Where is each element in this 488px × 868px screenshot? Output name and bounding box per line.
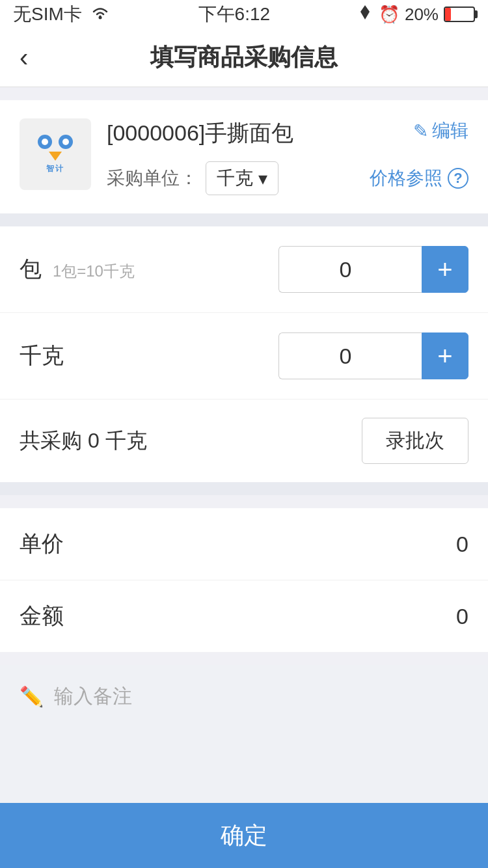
page-title: 填写商品采购信息 [150, 42, 338, 74]
carrier-label: 无SIM卡 [13, 2, 82, 27]
qty-sublabel-bao: 1包=10千克 [53, 262, 135, 280]
product-thumbnail: 智计 [20, 118, 91, 190]
section-divider-1 [0, 213, 488, 226]
qty-label-kg: 千克 [20, 343, 64, 368]
confirm-bar[interactable]: 确定 [0, 803, 488, 868]
edit-button[interactable]: ✎ 编辑 [413, 118, 468, 143]
unit-price-row: 单价 0 [0, 508, 488, 580]
product-name: [0000006]手撕面包 [107, 118, 293, 148]
status-right: ⏰ 20% [357, 4, 475, 25]
amount-label: 金额 [20, 601, 64, 631]
unit-dropdown[interactable]: 千克 ▾ [206, 161, 278, 195]
batch-button[interactable]: 录批次 [362, 418, 468, 464]
qty-label-bao: 包 [20, 256, 42, 281]
amount-row: 金额 0 [0, 580, 488, 652]
remark-section[interactable]: ✏️ 输入备注 [0, 665, 488, 730]
quantity-row-kg: 千克 + [0, 313, 488, 400]
battery-label: 20% [405, 5, 439, 25]
location-icon [357, 4, 373, 25]
unit-price-label: 单价 [20, 529, 64, 559]
status-bar: 无SIM卡 下午6:12 ⏰ 20% [0, 0, 488, 29]
unit-value: 千克 [217, 166, 253, 191]
product-info: [0000006]手撕面包 ✎ 编辑 采购单位： 千克 ▾ 价格参照 ? [107, 118, 468, 195]
edit-icon: ✎ [413, 120, 428, 142]
time-label: 下午6:12 [198, 2, 271, 27]
quantity-row-bao: 包 1包=10千克 + [0, 226, 488, 313]
dropdown-arrow-icon: ▾ [258, 168, 267, 189]
section-divider-2 [0, 482, 488, 495]
confirm-label: 确定 [221, 820, 267, 852]
wifi-icon [88, 3, 112, 26]
quantity-section: 包 1包=10千克 + 千克 + [0, 226, 488, 400]
unit-label: 采购单位： [107, 166, 198, 191]
qty-plus-bao[interactable]: + [422, 246, 468, 293]
unit-price-value: 0 [456, 532, 468, 557]
price-ref-help-icon: ? [448, 168, 468, 189]
price-ref-button[interactable]: 价格参照 ? [370, 166, 468, 191]
summary-row: 共采购 0 千克 录批次 [0, 400, 488, 482]
battery-icon [444, 7, 475, 22]
summary-unit: 千克 [105, 429, 147, 452]
qty-input-wrap-kg: + [278, 332, 468, 379]
alarm-icon: ⏰ [379, 5, 400, 25]
qty-plus-kg[interactable]: + [422, 332, 468, 379]
status-left: 无SIM卡 [13, 2, 112, 27]
amount-value: 0 [456, 604, 468, 629]
nav-bar: ‹ 填写商品采购信息 [0, 29, 488, 87]
product-card: 智计 [0000006]手撕面包 ✎ 编辑 采购单位： 千克 ▾ 价格参照 ? [0, 100, 488, 213]
summary-text: 共采购 0 千克 [20, 427, 147, 455]
qty-input-kg[interactable] [278, 332, 422, 379]
svg-point-0 [98, 16, 102, 19]
pencil-icon: ✏️ [20, 685, 44, 708]
summary-amount: 0 [88, 429, 100, 452]
qty-input-wrap-bao: + [278, 246, 468, 293]
remark-placeholder: 输入备注 [54, 683, 132, 710]
price-detail-section: 单价 0 金额 0 [0, 508, 488, 652]
back-button[interactable]: ‹ [20, 43, 28, 72]
qty-input-bao[interactable] [278, 246, 422, 293]
